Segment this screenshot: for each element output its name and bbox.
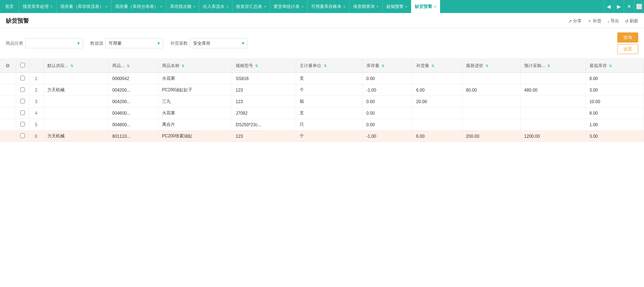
row-est-purchase: 1200.00 xyxy=(521,131,586,142)
close-tab-inventory2[interactable]: × xyxy=(160,5,162,9)
settings-button[interactable]: 设置 xyxy=(617,44,638,54)
row-code: 004600... xyxy=(109,107,158,119)
row-est-purchase xyxy=(521,96,586,107)
col-header-unit[interactable]: 主计量单位 ⇅ xyxy=(296,59,362,73)
table-header-row: ⚙ 默认供应... ⇅ 商品... ⇅ 商品名称 xyxy=(0,59,644,73)
tab-expire[interactable]: 保质期查询 × xyxy=(349,0,383,13)
filter-actions: 查询 设置 xyxy=(617,32,638,54)
row-supplier: 力天机械 xyxy=(43,84,109,96)
row-check-cell[interactable] xyxy=(16,73,29,84)
row-est-purchase xyxy=(521,119,586,131)
tab-collect[interactable]: 收发存汇总表 × xyxy=(232,0,270,13)
row-check-cell[interactable] xyxy=(16,107,29,119)
row-spec: 123 xyxy=(232,96,296,107)
replenish-button[interactable]: ＋ 补货 xyxy=(587,18,601,24)
datasource-select[interactable]: 可用量 xyxy=(105,38,163,48)
row-latest-price: 80.00 xyxy=(462,84,520,96)
share-button[interactable]: ↗ 分享 xyxy=(568,18,582,24)
replenish-base-select-wrap: 安全库存 ▼ xyxy=(190,38,248,48)
col-header-num xyxy=(29,59,43,73)
refresh-button[interactable]: ↺ 刷新 xyxy=(625,18,638,24)
row-check-cell[interactable] xyxy=(16,119,29,131)
close-tab-shortage[interactable]: × xyxy=(434,5,436,9)
row-checkbox-2[interactable] xyxy=(20,99,25,103)
row-latest-price xyxy=(462,96,520,107)
tab-available[interactable]: 可用量库存账本 × xyxy=(308,0,349,13)
close-tab-requisition[interactable]: × xyxy=(301,5,304,9)
tab-requisition[interactable]: 要货单统计表 × xyxy=(270,0,308,13)
sort-code-icon: ⇅ xyxy=(127,64,130,68)
tab-next-button[interactable]: ▶ xyxy=(614,0,624,13)
table-row: 1 0000042 火花塞 SS816 支 0.00 8.00 xyxy=(0,73,644,84)
replenish-base-label: 补货基数 xyxy=(170,40,188,47)
replenish-base-select[interactable]: 安全库存 xyxy=(190,38,248,48)
tab-prev-button[interactable]: ◀ xyxy=(604,0,614,13)
tab-nav-buttons: ◀ ▶ ✕ ⬜ xyxy=(604,0,644,13)
row-checkbox-5[interactable] xyxy=(20,133,25,138)
tab-close-all-button[interactable]: ✕ xyxy=(624,0,634,13)
row-supplier xyxy=(43,96,109,107)
row-checkbox-4[interactable] xyxy=(20,122,25,127)
export-button[interactable]: ↓ 导出 xyxy=(607,18,619,24)
row-num: 6 xyxy=(29,131,43,142)
settings-icon[interactable]: ⚙ xyxy=(4,62,12,70)
row-code: 004800... xyxy=(109,119,158,131)
select-all-checkbox[interactable] xyxy=(20,63,25,67)
tab-abnormal[interactable]: 拣货异常处理 × xyxy=(19,0,57,13)
col-header-min-stock[interactable]: 最低库存 ⇅ xyxy=(586,59,644,73)
close-tab-collect[interactable]: × xyxy=(264,5,266,9)
close-tab-overstock[interactable]: × xyxy=(405,5,408,9)
close-tab-abnormal[interactable]: × xyxy=(51,5,53,9)
row-supplier xyxy=(43,73,109,84)
row-name: PC200张紧油缸 xyxy=(158,131,232,142)
row-replenish xyxy=(412,119,462,131)
close-tab-inventory1[interactable]: × xyxy=(105,5,108,9)
close-tab-inout[interactable]: × xyxy=(226,5,229,9)
row-min-stock: 3.00 xyxy=(586,131,644,142)
row-replenish: 6.00 xyxy=(412,84,462,96)
table-body: 1 0000042 火花塞 SS816 支 0.00 8.00 2 力天机械 0… xyxy=(0,73,644,142)
col-header-settings[interactable]: ⚙ xyxy=(0,59,16,73)
row-check-cell[interactable] xyxy=(16,84,29,96)
tab-home[interactable]: 首页 xyxy=(0,0,19,13)
tab-shortage[interactable]: 缺货预警 × xyxy=(411,0,440,13)
close-tab-available[interactable]: × xyxy=(343,5,345,9)
col-header-supplier[interactable]: 默认供应... ⇅ xyxy=(43,59,109,73)
row-checkbox-0[interactable] xyxy=(20,76,25,80)
row-check-cell[interactable] xyxy=(16,96,29,107)
table-row: 3 004200... 三九 123 箱 0.00 20.00 10.00 xyxy=(0,96,644,107)
tab-inventory1[interactable]: 现存量（库存状况表） × xyxy=(57,0,112,13)
sort-latest-price-icon: ⇅ xyxy=(486,64,488,68)
tab-expand-button[interactable]: ⬜ xyxy=(634,0,644,13)
row-check-cell[interactable] xyxy=(16,131,29,142)
category-select[interactable] xyxy=(25,38,83,48)
row-checkbox-1[interactable] xyxy=(20,87,25,92)
row-latest-price xyxy=(462,119,520,131)
replenish-icon: ＋ xyxy=(587,18,592,24)
tab-overstock[interactable]: 超储预警 × xyxy=(383,0,412,13)
close-tab-batch[interactable]: × xyxy=(193,5,196,9)
tab-batch[interactable]: 库存批次账 × xyxy=(166,0,200,13)
col-header-latest-price[interactable]: 最新进价 ⇅ xyxy=(462,59,520,73)
page-header: 缺货预警 ↗ 分享 ＋ 补货 ↓ 导出 ↺ 刷新 xyxy=(0,13,644,28)
col-header-check[interactable] xyxy=(16,59,29,73)
col-header-replenish[interactable]: 补货量 ⇅ xyxy=(412,59,462,73)
close-tab-expire[interactable]: × xyxy=(377,5,379,9)
row-name: 离合片 xyxy=(158,119,232,131)
row-unit: 支 xyxy=(296,107,362,119)
row-checkbox-3[interactable] xyxy=(20,110,25,115)
row-est-purchase xyxy=(521,107,586,119)
row-replenish xyxy=(412,73,462,84)
query-button[interactable]: 查询 xyxy=(617,32,638,43)
col-header-est-purchase[interactable]: 预计采购... ⇅ xyxy=(521,59,586,73)
row-latest-price xyxy=(462,107,520,119)
row-code: 004200... xyxy=(109,96,158,107)
col-header-stock[interactable]: 库存量 ⇅ xyxy=(362,59,412,73)
tab-inventory2[interactable]: 现存量（库存分布表） × xyxy=(112,0,166,13)
tab-inout[interactable]: 出入库流水 × xyxy=(199,0,232,13)
row-code: 801110... xyxy=(109,131,158,142)
col-header-code[interactable]: 商品... ⇅ xyxy=(109,59,158,73)
row-min-stock: 8.00 xyxy=(586,107,644,119)
col-header-name[interactable]: 商品名称 ⇅ xyxy=(158,59,232,73)
col-header-spec[interactable]: 规格型号 ⇅ xyxy=(232,59,296,73)
